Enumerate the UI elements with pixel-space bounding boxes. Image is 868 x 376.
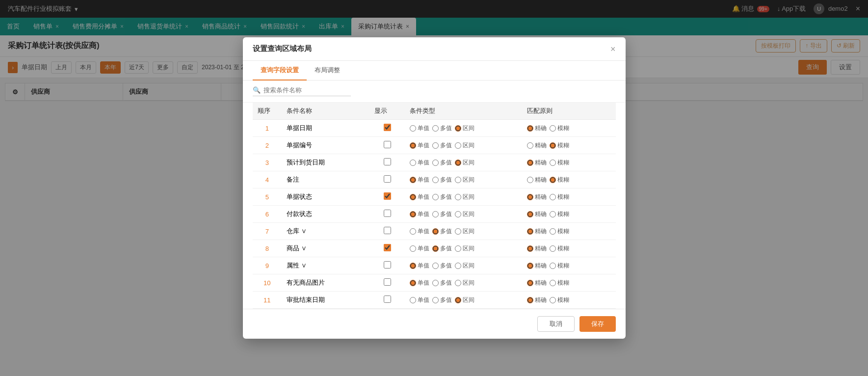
- type-radio-label[interactable]: 单值: [410, 227, 429, 236]
- match-radio[interactable]: [550, 263, 556, 269]
- match-radio-label[interactable]: 精确: [527, 262, 547, 270]
- match-radio-label[interactable]: 模糊: [550, 159, 569, 167]
- modal-overlay[interactable]: 设置查询区域布局 × 查询字段设置 布局调整 🔍 顺序 条件名称 显示: [0, 0, 868, 274]
- match-radio[interactable]: [550, 125, 556, 132]
- type-radio[interactable]: [432, 245, 439, 252]
- search-input[interactable]: [263, 86, 342, 94]
- match-radio-label[interactable]: 模糊: [550, 141, 569, 150]
- type-radio[interactable]: [455, 142, 461, 149]
- match-radio-label[interactable]: 模糊: [550, 124, 569, 133]
- type-radio[interactable]: [410, 160, 416, 166]
- type-radio-label[interactable]: 单值: [410, 141, 429, 150]
- type-radio-label[interactable]: 单值: [410, 159, 429, 167]
- type-radio-label[interactable]: 多值: [432, 159, 452, 167]
- match-radio-label[interactable]: 精确: [527, 124, 547, 133]
- match-radio[interactable]: [527, 177, 533, 183]
- type-radio-label[interactable]: 区间: [455, 227, 474, 236]
- type-radio-label[interactable]: 多值: [432, 227, 452, 236]
- match-radio[interactable]: [550, 245, 556, 252]
- type-radio[interactable]: [455, 177, 461, 183]
- match-radio-label[interactable]: 模糊: [550, 176, 569, 184]
- match-radio[interactable]: [550, 177, 556, 183]
- match-radio[interactable]: [550, 228, 556, 235]
- type-radio[interactable]: [410, 125, 416, 132]
- modal-tab-layout[interactable]: 布局调整: [307, 61, 348, 81]
- type-radio[interactable]: [410, 194, 416, 200]
- display-checkbox[interactable]: [384, 158, 391, 165]
- match-radio[interactable]: [527, 228, 533, 235]
- type-radio-label[interactable]: 单值: [410, 124, 429, 133]
- type-radio[interactable]: [455, 194, 461, 200]
- type-radio[interactable]: [455, 160, 461, 166]
- type-radio-label[interactable]: 区间: [455, 210, 474, 218]
- type-radio-label[interactable]: 多值: [432, 193, 452, 201]
- match-radio-label[interactable]: 精确: [527, 176, 547, 184]
- match-radio[interactable]: [550, 211, 556, 217]
- match-radio-label[interactable]: 模糊: [550, 193, 569, 201]
- type-radio-label[interactable]: 多值: [432, 176, 452, 184]
- type-radio-label[interactable]: 区间: [455, 262, 474, 270]
- display-checkbox[interactable]: [384, 210, 391, 217]
- match-radio[interactable]: [550, 142, 556, 149]
- display-checkbox[interactable]: [384, 124, 391, 131]
- modal-tab-query-fields[interactable]: 查询字段设置: [253, 61, 307, 81]
- match-radio[interactable]: [527, 194, 533, 200]
- type-radio-label[interactable]: 区间: [455, 141, 474, 150]
- type-radio[interactable]: [410, 263, 416, 269]
- type-radio-label[interactable]: 单值: [410, 176, 429, 184]
- match-radio-label[interactable]: 精确: [527, 159, 547, 167]
- type-radio[interactable]: [432, 177, 439, 183]
- display-checkbox[interactable]: [384, 141, 391, 148]
- type-radio-label[interactable]: 多值: [432, 124, 452, 133]
- type-radio-label[interactable]: 区间: [455, 244, 474, 253]
- type-radio[interactable]: [455, 211, 461, 217]
- display-checkbox[interactable]: [384, 261, 391, 269]
- type-radio-label[interactable]: 多值: [432, 244, 452, 253]
- match-radio[interactable]: [527, 245, 533, 252]
- match-radio-label[interactable]: 精确: [527, 210, 547, 218]
- type-radio-label[interactable]: 区间: [455, 193, 474, 201]
- display-checkbox[interactable]: [384, 175, 391, 183]
- type-radio-label[interactable]: 单值: [410, 262, 429, 270]
- type-radio[interactable]: [410, 177, 416, 183]
- type-radio[interactable]: [432, 211, 439, 217]
- display-checkbox[interactable]: [384, 192, 391, 200]
- type-radio[interactable]: [410, 142, 416, 149]
- match-radio-label[interactable]: 精确: [527, 193, 547, 201]
- match-radio[interactable]: [550, 160, 556, 166]
- match-radio[interactable]: [527, 160, 533, 166]
- match-radio-label[interactable]: 精确: [527, 244, 547, 253]
- match-radio-label[interactable]: 模糊: [550, 262, 569, 270]
- type-radio-label[interactable]: 区间: [455, 159, 474, 167]
- type-radio[interactable]: [432, 194, 439, 200]
- type-radio-label[interactable]: 单值: [410, 193, 429, 201]
- type-radio[interactable]: [410, 211, 416, 217]
- type-radio[interactable]: [432, 263, 439, 269]
- type-radio-label[interactable]: 多值: [432, 262, 452, 270]
- display-checkbox[interactable]: [384, 227, 391, 234]
- match-radio-label[interactable]: 精确: [527, 227, 547, 236]
- type-radio[interactable]: [432, 142, 439, 149]
- match-radio[interactable]: [527, 142, 533, 149]
- type-radio[interactable]: [410, 245, 416, 252]
- modal-close-btn[interactable]: ×: [610, 45, 616, 54]
- type-radio[interactable]: [455, 245, 461, 252]
- type-radio[interactable]: [410, 228, 416, 235]
- type-radio-label[interactable]: 单值: [410, 210, 429, 218]
- type-radio-label[interactable]: 单值: [410, 244, 429, 253]
- match-radio[interactable]: [527, 211, 533, 217]
- type-radio[interactable]: [432, 160, 439, 166]
- match-radio-label[interactable]: 模糊: [550, 227, 569, 236]
- type-radio-label[interactable]: 区间: [455, 124, 474, 133]
- type-radio-label[interactable]: 多值: [432, 141, 452, 150]
- type-radio[interactable]: [432, 228, 439, 235]
- match-radio[interactable]: [527, 125, 533, 132]
- type-radio[interactable]: [455, 263, 461, 269]
- match-radio[interactable]: [550, 194, 556, 200]
- match-radio-label[interactable]: 精确: [527, 141, 547, 150]
- display-checkbox[interactable]: [384, 244, 391, 251]
- type-radio[interactable]: [455, 125, 461, 132]
- match-radio-label[interactable]: 模糊: [550, 244, 569, 253]
- type-radio[interactable]: [432, 125, 439, 132]
- match-radio-label[interactable]: 模糊: [550, 210, 569, 218]
